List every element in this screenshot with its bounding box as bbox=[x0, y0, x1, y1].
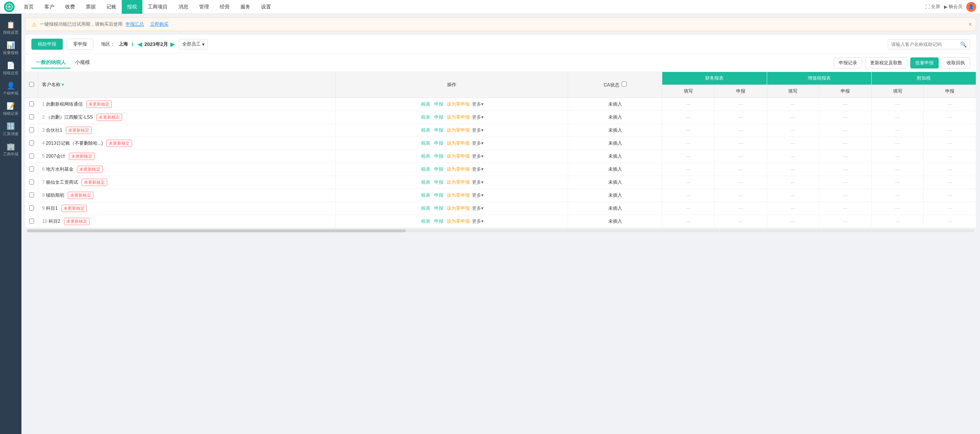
nav-service[interactable]: 服务 bbox=[235, 0, 256, 14]
sort-icon[interactable]: ▾ bbox=[62, 82, 64, 87]
op-declare[interactable]: 申报 bbox=[434, 206, 443, 211]
op-more[interactable]: 更多▾ bbox=[472, 219, 483, 224]
status-badge: 未更新核定 bbox=[68, 192, 93, 199]
op-more[interactable]: 更多▾ bbox=[472, 179, 483, 185]
nav-operation[interactable]: 经营 bbox=[214, 0, 235, 14]
nav-accounting[interactable]: 记账 bbox=[101, 0, 122, 14]
nav-message[interactable]: 消息 bbox=[173, 0, 194, 14]
sub-tab-general[interactable]: 一般的纳税人 bbox=[31, 57, 70, 69]
row-checkbox[interactable] bbox=[29, 166, 34, 171]
update-tax-button[interactable]: 更新税定及取数 bbox=[865, 57, 907, 69]
op-tax-table[interactable]: 税表 bbox=[421, 179, 430, 185]
select-all-checkbox[interactable] bbox=[29, 82, 34, 87]
row-add-submit: — bbox=[924, 176, 976, 189]
declaration-record-button[interactable]: 申报记录 bbox=[834, 57, 862, 69]
row-finance-submit: — bbox=[714, 98, 767, 111]
op-more[interactable]: 更多▾ bbox=[472, 127, 483, 133]
ca-status-checkbox[interactable] bbox=[622, 82, 627, 86]
sidebar-item-personal-tax[interactable]: 👤 个税申报 bbox=[0, 78, 21, 99]
op-tax-table[interactable]: 税表 bbox=[421, 127, 430, 133]
op-declare[interactable]: 申报 bbox=[434, 166, 443, 172]
tab-zero-declaration[interactable]: 零申报 bbox=[67, 39, 93, 50]
nav-settings[interactable]: 设置 bbox=[256, 0, 276, 14]
sidebar-item-batch-tax[interactable]: 📊 批量报税 bbox=[0, 38, 21, 58]
row-checkbox[interactable] bbox=[29, 127, 34, 132]
sidebar-item-tax-overview[interactable]: 📄 报税总览 bbox=[0, 58, 21, 78]
search-input[interactable] bbox=[891, 42, 960, 47]
sidebar-item-tax-record[interactable]: 📝 报税记录 bbox=[0, 99, 21, 119]
horizontal-scrollbar[interactable] bbox=[25, 228, 976, 233]
nav-tax[interactable]: 报税 bbox=[122, 0, 142, 14]
op-declare[interactable]: 申报 bbox=[434, 179, 443, 185]
row-checkbox[interactable] bbox=[29, 153, 34, 158]
op-tax-table[interactable]: 税表 bbox=[421, 153, 430, 159]
op-more[interactable]: 更多▾ bbox=[472, 153, 483, 159]
op-set-zero[interactable]: 设为零申报 bbox=[447, 127, 470, 133]
op-set-zero[interactable]: 设为零申报 bbox=[447, 206, 470, 211]
op-declare[interactable]: 申报 bbox=[434, 127, 443, 133]
row-add-submit: — bbox=[924, 98, 976, 111]
op-declare[interactable]: 申报 bbox=[434, 193, 443, 198]
op-tax-table[interactable]: 税表 bbox=[421, 101, 430, 107]
row-tax-fill: — bbox=[767, 163, 819, 176]
sidebar-item-tax-settings[interactable]: 📋 报税设置 bbox=[0, 18, 21, 38]
tab-tax-declaration[interactable]: 税款申报 bbox=[31, 39, 63, 50]
row-checkbox[interactable] bbox=[29, 114, 34, 119]
op-declare[interactable]: 申报 bbox=[434, 140, 443, 146]
department-selector[interactable]: 全部员工 ▾ bbox=[179, 39, 208, 49]
nav-home[interactable]: 首页 bbox=[18, 0, 39, 14]
premium-button[interactable]: ▶ 畅会员 bbox=[944, 3, 962, 10]
nav-fee[interactable]: 收费 bbox=[60, 0, 80, 14]
row-tax-submit: — bbox=[819, 111, 872, 124]
op-set-zero[interactable]: 设为零申报 bbox=[447, 114, 470, 120]
sidebar-item-settlement[interactable]: 🔢 汇算清缴 bbox=[0, 119, 21, 139]
op-set-zero[interactable]: 设为零申报 bbox=[447, 219, 470, 224]
row-checkbox[interactable] bbox=[29, 179, 34, 184]
nav-business[interactable]: 工商项目 bbox=[142, 0, 173, 14]
banner-link-buy[interactable]: 立即购买 bbox=[150, 21, 168, 28]
op-declare[interactable]: 申报 bbox=[434, 219, 443, 224]
nav-client[interactable]: 客户 bbox=[39, 0, 60, 14]
next-month-button[interactable]: ▶ bbox=[170, 41, 175, 48]
row-checkbox[interactable] bbox=[29, 101, 34, 106]
op-more[interactable]: 更多▾ bbox=[472, 206, 483, 211]
nav-invoice[interactable]: 票据 bbox=[80, 0, 101, 14]
sidebar-item-annual-report[interactable]: 🏢 工商年报 bbox=[0, 139, 21, 160]
row-checkbox[interactable] bbox=[29, 219, 34, 224]
op-tax-table[interactable]: 税表 bbox=[421, 219, 430, 224]
user-avatar[interactable]: 👤 bbox=[966, 2, 976, 12]
row-checkbox[interactable] bbox=[29, 193, 34, 197]
banner-link-summary[interactable]: 申报汇总 bbox=[126, 21, 144, 28]
nav-manage[interactable]: 管理 bbox=[194, 0, 214, 14]
banner-close-button[interactable]: × bbox=[969, 21, 972, 28]
op-set-zero[interactable]: 设为零申报 bbox=[447, 140, 470, 146]
op-declare[interactable]: 申报 bbox=[434, 101, 443, 107]
op-more[interactable]: 更多▾ bbox=[472, 140, 483, 146]
batch-declaration-button[interactable]: 批量申报 bbox=[910, 57, 939, 69]
op-more[interactable]: 更多▾ bbox=[472, 166, 483, 172]
op-tax-table[interactable]: 税表 bbox=[421, 114, 430, 120]
sub-tab-small[interactable]: 小规模 bbox=[70, 57, 95, 69]
op-tax-table[interactable]: 税表 bbox=[421, 166, 430, 172]
op-tax-table[interactable]: 税表 bbox=[421, 140, 430, 146]
op-declare[interactable]: 申报 bbox=[434, 114, 443, 120]
op-set-zero[interactable]: 设为零申报 bbox=[447, 101, 470, 107]
search-icon[interactable]: 🔍 bbox=[960, 41, 967, 47]
row-ca-status: 未插入 bbox=[568, 150, 662, 163]
row-checkbox[interactable] bbox=[29, 206, 34, 210]
op-set-zero[interactable]: 设为零申报 bbox=[447, 193, 470, 198]
op-more[interactable]: 更多▾ bbox=[472, 114, 483, 120]
op-set-zero[interactable]: 设为零申报 bbox=[447, 166, 470, 172]
op-declare[interactable]: 申报 bbox=[434, 153, 443, 159]
collect-receipt-button[interactable]: 收取回执 bbox=[942, 57, 970, 69]
op-set-zero[interactable]: 设为零申报 bbox=[447, 153, 470, 159]
op-tax-table[interactable]: 税表 bbox=[421, 193, 430, 198]
fullscreen-button[interactable]: ⛶ 全屏 bbox=[925, 3, 940, 10]
region-info-icon[interactable]: ℹ bbox=[132, 42, 134, 47]
op-more[interactable]: 更多▾ bbox=[472, 101, 483, 107]
row-checkbox[interactable] bbox=[29, 140, 34, 145]
op-more[interactable]: 更多▾ bbox=[472, 193, 483, 198]
op-set-zero[interactable]: 设为零申报 bbox=[447, 179, 470, 185]
op-tax-table[interactable]: 税表 bbox=[421, 206, 430, 211]
prev-month-button[interactable]: ◀ bbox=[137, 41, 142, 48]
